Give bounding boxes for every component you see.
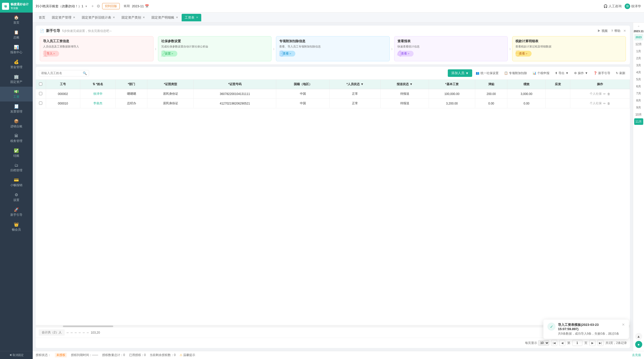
social-insurance-button[interactable]: 👥 统一社保设置 xyxy=(474,70,500,76)
tab-close-fixed-type[interactable]: ✕ xyxy=(143,16,145,19)
unpin-button[interactable]: ◀ 取消固定 xyxy=(0,351,33,359)
filter-icon-submit[interactable]: ▼ xyxy=(410,82,413,86)
tab-payroll[interactable]: 工资表 ✕ xyxy=(182,14,201,21)
sidebar-label-funds: 资金管理 xyxy=(10,65,22,69)
toast-title: 导入工资表模板(2023-03-23 15:07:59.897) xyxy=(558,323,619,331)
row1-edit-icon[interactable]: ✏ xyxy=(603,92,606,96)
special-deduction-button[interactable]: 📋 专项附加扣除 xyxy=(503,70,529,76)
sidebar-item-home[interactable]: 🏠 首页 xyxy=(0,13,33,27)
sidebar-item-settings[interactable]: ⚙ 设置 xyxy=(0,190,33,205)
tab-close-depreciation[interactable]: ✕ xyxy=(113,16,115,19)
user-button[interactable]: 徐 徐泽华 xyxy=(625,4,641,9)
scroll-thumb[interactable] xyxy=(63,326,113,327)
wizard-step-2: 社保参数设置 完成社保参数设置自动计算社保公积金 设置＞ 2 xyxy=(158,36,272,61)
per-page-dropdown[interactable]: 10 20 50 xyxy=(538,340,549,346)
tab-close-fixed-detail[interactable]: ✕ xyxy=(176,16,178,19)
row1-delete-icon[interactable]: 🗑 xyxy=(607,92,610,96)
service-button[interactable]: 🎧 人工咨询 xyxy=(603,4,622,9)
footer-dash4: -- xyxy=(79,331,81,334)
month-4[interactable]: 4月 xyxy=(634,69,643,76)
toast-close-button[interactable]: ✕ xyxy=(622,323,625,327)
panel-collapse-icon[interactable]: « xyxy=(638,25,639,28)
panel-action-up[interactable]: ▲ xyxy=(635,333,642,340)
tax-report-button[interactable]: 📊 个税申报 xyxy=(531,70,551,76)
sidebar-item-fixed[interactable]: 🏢 固定资产 xyxy=(0,72,33,87)
col-action: 操作 xyxy=(570,80,630,89)
switch-version-button[interactable]: 切到旧版 xyxy=(102,3,120,9)
sidebar-item-inventory[interactable]: 📦 进销台账 xyxy=(0,116,33,131)
used-auth-label: 已用授权：0 xyxy=(129,353,146,357)
row2-checkbox[interactable] xyxy=(36,99,46,108)
new-guide-button[interactable]: ❓ 新手引导 xyxy=(592,70,612,76)
sidebar-item-member[interactable]: 👑 畅会员 xyxy=(0,220,33,234)
sidebar-item-funds[interactable]: 💰 资金管理 xyxy=(0,57,33,72)
month-8[interactable]: 8月 xyxy=(634,97,643,104)
tab-depreciation[interactable]: 固定资产折旧统计表 ✕ xyxy=(79,14,118,21)
year-2023-marker[interactable]: 2023 xyxy=(634,34,643,40)
first-page-button[interactable]: |◀ xyxy=(551,340,557,346)
col-status[interactable]: *人员状态 ▼ xyxy=(330,80,381,89)
sidebar-item-expense[interactable]: 💳 小畅报销 xyxy=(0,175,33,190)
month-12[interactable]: 12月 xyxy=(634,41,643,47)
col-submit[interactable]: 报送状态 ▼ xyxy=(381,80,429,89)
month-6[interactable]: 6月 xyxy=(634,83,643,90)
row1-social-link[interactable]: 个人社保 xyxy=(590,92,602,96)
sidebar-item-reports[interactable]: 📊 报表中心 xyxy=(0,42,33,57)
sidebar-item-payroll[interactable]: 💵 工资 xyxy=(0,87,33,101)
tab-fixed-type[interactable]: 固定资产类别 ✕ xyxy=(118,14,148,21)
prev-page-button[interactable]: ◀ xyxy=(559,340,565,346)
pagination: 每页显示 10 20 50 |◀ ◀ 第 页 ▶ ▶| 共1页，2条记录 xyxy=(36,338,630,348)
tab-close-payroll[interactable]: ✕ xyxy=(196,16,198,19)
scroll-strip[interactable] xyxy=(36,325,630,327)
recharge-button[interactable]: 去充值 xyxy=(632,353,641,357)
row2-social-link[interactable]: 个人社保 xyxy=(590,101,602,106)
col-name[interactable]: ⇅ *姓名 xyxy=(80,80,115,89)
sidebar-label-checkout: 结账 xyxy=(13,154,19,158)
help-link[interactable]: ？ 帮助 xyxy=(611,29,620,33)
sidebar-item-guide[interactable]: 🚀 新手引导 xyxy=(0,205,33,220)
tab-fixed-detail[interactable]: 固定资产明细账 ✕ xyxy=(148,14,181,21)
table-toolbar: 🔍 添加人员 ▼ 👥 统一社保设置 📋 专项附加扣除 xyxy=(36,67,630,80)
month-10[interactable]: 10月 xyxy=(634,111,643,118)
tab-home[interactable]: 首页 xyxy=(36,14,48,21)
month-3[interactable]: 3月 xyxy=(634,62,643,69)
calendar-icon[interactable]: 📅 xyxy=(145,4,149,8)
sidebar-item-invoice[interactable]: 🧾 发票管理 xyxy=(0,101,33,116)
next-page-button[interactable]: ▶ xyxy=(589,340,595,346)
page-input[interactable] xyxy=(572,340,582,346)
month-5[interactable]: 5月 xyxy=(634,76,643,83)
search-input[interactable] xyxy=(41,71,81,75)
add-person-button[interactable]: 添加人员 ▼ xyxy=(448,69,472,77)
last-page-button[interactable]: ▶| xyxy=(597,340,603,346)
sidebar-item-tax[interactable]: 🏛 税务管理 xyxy=(0,131,33,146)
row2-edit-icon[interactable]: ✏ xyxy=(603,102,606,105)
operations-button[interactable]: ⚙ 操作 ▼ xyxy=(573,70,589,76)
filter-icon-status[interactable]: ▼ xyxy=(360,82,364,86)
close-wizard-button[interactable]: ✕ xyxy=(623,29,626,33)
row1-payable xyxy=(546,89,570,99)
month-11-current[interactable]: 11月 xyxy=(634,118,643,125)
account-selector[interactable]: 刘小艳演示账套（勿删勿动！）1 ▼ xyxy=(36,4,88,9)
add-account-icon[interactable]: ＋ xyxy=(91,4,95,9)
sidebar-item-checkout[interactable]: ✅ 结账 xyxy=(0,146,33,161)
sidebar-item-archive[interactable]: 🗂 归档管理 xyxy=(0,161,33,175)
month-2[interactable]: 2月 xyxy=(634,55,643,62)
search-icon[interactable]: 🔍 xyxy=(83,71,87,75)
tab-close-fixed-assets[interactable]: ✕ xyxy=(73,16,75,19)
select-all-checkbox[interactable] xyxy=(36,80,46,89)
row2-delete-icon[interactable]: 🗑 xyxy=(607,102,610,105)
row1-checkbox[interactable] xyxy=(36,89,46,99)
fixed-icon: 🏢 xyxy=(14,74,19,79)
row2-name[interactable]: 李俊杰 xyxy=(80,99,115,108)
panel-action-circle[interactable]: ● xyxy=(635,341,642,348)
month-9[interactable]: 9月 xyxy=(634,104,643,111)
row1-name[interactable]: 徐泽华 xyxy=(80,89,115,99)
month-1[interactable]: 1月 xyxy=(634,48,643,55)
video-link[interactable]: ▶ 视频 xyxy=(597,29,607,33)
export-button[interactable]: ⬆ 导出 ▼ xyxy=(553,70,570,76)
settings-gear-icon[interactable]: ⚙ xyxy=(97,4,100,9)
month-7[interactable]: 7月 xyxy=(634,90,643,97)
tab-fixed-assets[interactable]: 固定资产管理 ✕ xyxy=(49,14,78,21)
sidebar-item-ledger[interactable]: 📋 总账 xyxy=(0,27,33,42)
refresh-button[interactable]: ↻ 刷新 xyxy=(614,70,627,76)
